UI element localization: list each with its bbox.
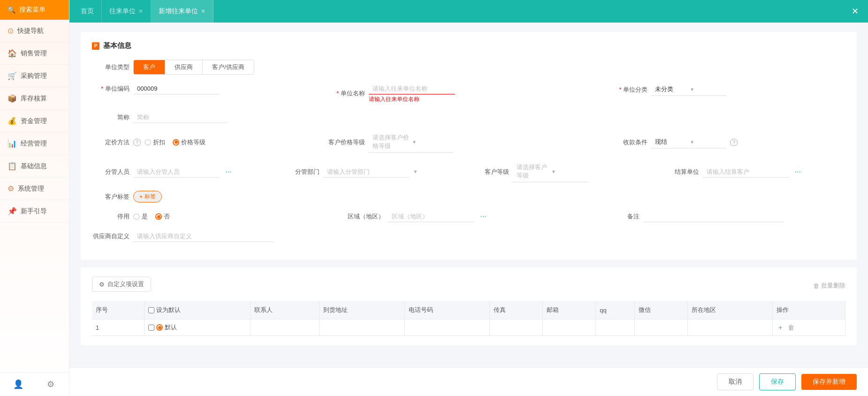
save-button[interactable]: 保存 — [759, 373, 796, 390]
sidebar-item-finance[interactable]: 💰 资金管理 — [0, 110, 69, 132]
batch-delete-icon: 🗑 — [813, 282, 819, 289]
close-all-tabs[interactable]: ✕ — [846, 6, 864, 16]
customer-price-level-label: 客户价格等级 — [327, 138, 365, 147]
section-title: P 基本信息 — [92, 41, 845, 50]
manager-input[interactable] — [133, 166, 220, 178]
batch-delete-btn[interactable]: 🗑 批量删除 — [813, 281, 845, 290]
sidebar-footer: 👤 ⚙ — [0, 372, 69, 396]
unit-code-label: 单位编码 — [92, 85, 129, 93]
supplier-custom-label: 供应商自定义 — [92, 232, 129, 241]
table-section: ⚙ 自定义项设置 🗑 批量删除 序号 设为默认 — [81, 267, 857, 345]
region-label: 区域（地区） — [347, 212, 384, 221]
help-icon[interactable]: ? — [133, 139, 141, 146]
customer-price-level-select[interactable]: 请选择客户价格等级 ▼ — [369, 132, 453, 153]
unit-code-group: 单位编码 — [92, 83, 327, 94]
radio-discount[interactable]: 折扣 — [145, 138, 165, 147]
sidebar-item-purchase[interactable]: 🛒 采购管理 — [0, 65, 69, 87]
col-qq: qq — [596, 301, 635, 319]
col-region: 所在地区 — [687, 301, 772, 319]
select-all-checkbox[interactable] — [148, 307, 154, 313]
customer-level-label: 客户等级 — [472, 168, 509, 176]
tab-new-trading-unit-label: 新增往来单位 — [159, 7, 198, 16]
tab-new-trading-unit-close[interactable]: ✕ — [201, 8, 206, 15]
row-region — [687, 319, 772, 336]
btn-customer[interactable]: 客户 — [134, 60, 165, 74]
settlement-unit-input[interactable] — [703, 166, 789, 178]
col-wechat: 微信 — [634, 301, 687, 319]
disabled-region-row: 停用 是 否 区域（地区） — [92, 211, 845, 222]
purchase-icon: 🛒 — [8, 71, 17, 80]
row-add-btn[interactable]: + — [777, 324, 784, 331]
sidebar-item-system[interactable]: ⚙ 系统管理 — [0, 178, 69, 200]
disabled-radio-group: 是 否 — [133, 212, 170, 221]
unit-name-input[interactable] — [369, 83, 455, 94]
region-more-btn[interactable]: ··· — [478, 212, 488, 221]
radio-yes[interactable]: 是 — [133, 212, 148, 221]
sidebar-search[interactable]: 🔍 搜索菜单 — [0, 0, 69, 20]
sidebar-item-sales[interactable]: 🏠 销售管理 — [0, 42, 69, 65]
sidebar-item-newbie[interactable]: 📌 新手引导 — [0, 200, 69, 223]
sidebar-item-quick-nav[interactable]: ⊙ 快捷导航 — [0, 20, 69, 42]
sidebar-user-icon[interactable]: 👤 — [4, 376, 33, 392]
settlement-more-btn[interactable]: ··· — [793, 168, 803, 176]
unit-type-label: 单位类型 — [92, 63, 129, 71]
unit-type-group: 单位类型 客户 供应商 客户/供应商 — [92, 60, 845, 75]
unit-code-input[interactable] — [133, 83, 220, 94]
sidebar-item-operations[interactable]: 📊 经营管理 — [0, 132, 69, 155]
row-address — [320, 319, 404, 336]
sidebar-search-label: 搜索菜单 — [19, 6, 46, 14]
table-body: 1 默认 — [92, 319, 845, 336]
basic-icon: 📋 — [8, 162, 17, 171]
add-tag-button[interactable]: + 标签 — [133, 191, 162, 202]
row-email — [543, 319, 596, 336]
radio-no-circle — [155, 213, 162, 220]
cancel-button[interactable]: 取消 — [717, 373, 754, 390]
section-title-text: 基本信息 — [103, 41, 131, 50]
manager-more-btn[interactable]: ··· — [223, 168, 233, 176]
custom-settings-button[interactable]: ⚙ 自定义项设置 — [92, 277, 151, 292]
unit-category-label: 单位分类 — [610, 85, 647, 94]
sidebar-item-inventory[interactable]: 📦 库存核算 — [0, 87, 69, 110]
price-level-chevron-icon: ▼ — [412, 140, 449, 145]
unit-category-value: 未分类 — [655, 85, 688, 93]
payment-help-icon[interactable]: ? — [730, 139, 738, 146]
tab-new-trading-unit[interactable]: 新增往来单位 ✕ — [151, 0, 213, 23]
region-input[interactable] — [388, 211, 474, 222]
customer-tag-label: 客户标签 — [92, 193, 129, 201]
radio-price-level[interactable]: 价格等级 — [173, 138, 206, 147]
sidebar-item-basic[interactable]: 📋 基础信息 — [0, 155, 69, 178]
tab-trading-units-close[interactable]: ✕ — [138, 8, 143, 15]
short-name-group: 简称 — [92, 112, 845, 123]
payment-terms-group: 收款条件 现结 ▼ ? — [610, 136, 845, 148]
save-and-new-button[interactable]: 保存并新增 — [801, 374, 857, 390]
radio-no[interactable]: 否 — [155, 212, 170, 221]
customer-level-select[interactable]: 请选择客户等级 ▼ — [513, 161, 588, 182]
remark-input[interactable] — [643, 211, 784, 222]
finance-icon: 💰 — [8, 116, 17, 125]
tab-trading-units[interactable]: 往来单位 ✕ — [102, 0, 151, 23]
department-chevron-icon: ▼ — [413, 169, 418, 174]
row-checkbox[interactable] — [148, 325, 154, 331]
short-name-label: 简称 — [92, 113, 129, 122]
sidebar-settings-icon[interactable]: ⚙ — [37, 376, 66, 392]
btn-customer-supplier[interactable]: 客户/供应商 — [203, 60, 254, 74]
row-delete-btn[interactable]: 🗑 — [786, 324, 796, 331]
supplier-custom-row: 供应商自定义 — [92, 231, 845, 242]
row-default-radio[interactable]: 默认 — [156, 323, 177, 332]
pricing-row: 定价方法 ? 折扣 价格等级 — [92, 132, 845, 153]
btn-supplier[interactable]: 供应商 — [165, 60, 203, 74]
short-name-input[interactable] — [133, 112, 227, 123]
unit-category-select[interactable]: 未分类 ▼ — [651, 83, 726, 96]
system-icon: ⚙ — [8, 184, 14, 193]
row-fax — [490, 319, 543, 336]
code-name-category-row: 单位编码 单位名称 请输入往来单位名称 单位分类 未分类 — [92, 83, 845, 103]
payment-terms-select[interactable]: 现结 ▼ — [651, 136, 726, 148]
sales-icon: 🏠 — [8, 49, 17, 58]
row-actions: + 🗑 — [773, 319, 845, 336]
disabled-group: 停用 是 否 — [92, 212, 335, 221]
supplier-custom-input[interactable] — [133, 231, 274, 242]
tab-home[interactable]: 首页 — [73, 0, 102, 23]
section-icon: P — [92, 42, 99, 50]
region-group: 区域（地区） ··· — [347, 211, 590, 222]
department-input[interactable] — [323, 166, 410, 178]
